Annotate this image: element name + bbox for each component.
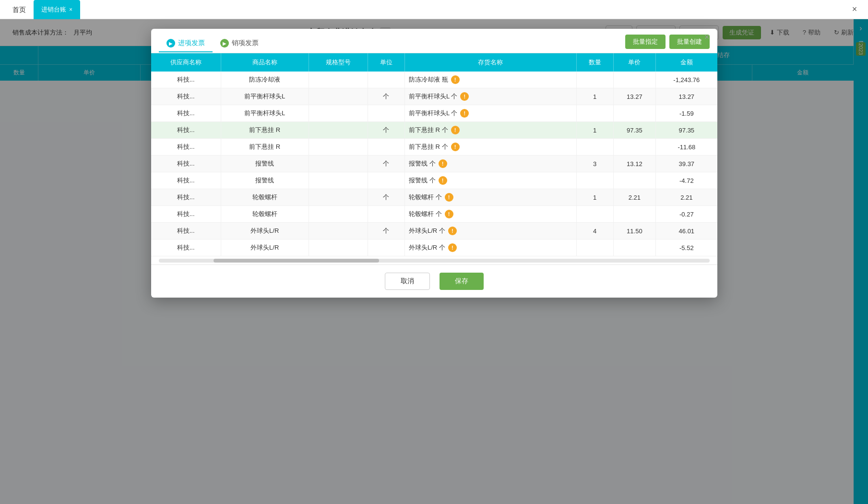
home-tab[interactable]: 首页 xyxy=(5,0,34,19)
cell-spec xyxy=(309,240,368,256)
cell-spec xyxy=(309,72,368,88)
cell-inventory-name: 前下悬挂 R 个! xyxy=(404,139,576,156)
warn-icon: ! xyxy=(460,92,469,101)
cell-supplier: 科技... xyxy=(151,240,221,256)
cell-unit: 个 xyxy=(368,223,405,240)
scrollbar-track xyxy=(159,259,710,263)
cell-unit-price xyxy=(613,240,656,256)
cell-unit-price: 2.21 xyxy=(613,189,656,206)
save-button[interactable]: 保存 xyxy=(440,273,484,290)
cell-inventory-name: 前平衡杆球头L 个! xyxy=(404,88,576,105)
cell-unit-price xyxy=(613,139,656,156)
cell-product-name: 防冻冷却液 xyxy=(221,72,309,88)
cell-inventory-name: 外球头L/R 个! xyxy=(404,240,576,256)
col-unit-price: 单价 xyxy=(613,53,656,72)
cell-unit: 个 xyxy=(368,156,405,172)
cell-unit-price xyxy=(613,72,656,88)
cell-inventory-name: 轮毂螺杆 个! xyxy=(404,189,576,206)
cell-supplier: 科技... xyxy=(151,139,221,156)
cell-spec xyxy=(309,139,368,156)
modal-close-button[interactable]: × xyxy=(704,33,710,41)
table-row[interactable]: 科技...防冻冷却液防冻冷却液 瓶!-1,243.76 xyxy=(151,72,717,88)
col-supplier: 供应商名称 xyxy=(151,53,221,72)
cell-quantity: 3 xyxy=(576,156,613,172)
table-row[interactable]: 科技...轮毂螺杆轮毂螺杆 个!-0.27 xyxy=(151,206,717,223)
tab-invoice-input[interactable]: ▶ 进项发票 xyxy=(159,35,213,52)
cancel-button[interactable]: 取消 xyxy=(385,273,430,290)
cell-product-name: 报警线 xyxy=(221,156,309,172)
warn-icon: ! xyxy=(451,143,460,151)
tab-invoice-output[interactable]: ▶ 销项发票 xyxy=(213,35,266,52)
active-tab[interactable]: 进销台账 × xyxy=(34,0,80,19)
cell-unit-price: 13.27 xyxy=(613,88,656,105)
cell-spec xyxy=(309,189,368,206)
table-row[interactable]: 科技...前平衡杆球头L前平衡杆球头L 个!-1.59 xyxy=(151,105,717,122)
cell-amount: -0.27 xyxy=(656,206,717,223)
cell-unit xyxy=(368,172,405,189)
cell-quantity: 1 xyxy=(576,189,613,206)
batch-assign-button[interactable]: 批量指定 xyxy=(625,35,666,49)
table-row[interactable]: 科技...报警线报警线 个!-4.72 xyxy=(151,172,717,189)
tab-input-label: 进项发票 xyxy=(178,39,205,48)
window-close-button[interactable]: × xyxy=(846,1,863,18)
cell-amount: -4.72 xyxy=(656,172,717,189)
cell-unit-price: 11.50 xyxy=(613,223,656,240)
warn-icon: ! xyxy=(445,193,453,202)
cell-quantity xyxy=(576,139,613,156)
col-quantity: 数量 xyxy=(576,53,613,72)
cell-inventory-name: 防冻冷却液 瓶! xyxy=(404,72,576,88)
cell-product-name: 前下悬挂 R xyxy=(221,139,309,156)
table-row[interactable]: 科技...外球头L/R个外球头L/R 个!411.5046.01 xyxy=(151,223,717,240)
cell-quantity xyxy=(576,72,613,88)
cell-supplier: 科技... xyxy=(151,72,221,88)
cell-amount: -5.52 xyxy=(656,240,717,256)
table-row[interactable]: 科技...轮毂螺杆个轮毂螺杆 个!12.212.21 xyxy=(151,189,717,206)
cell-inventory-name: 前下悬挂 R 个! xyxy=(404,122,576,139)
cell-unit xyxy=(368,139,405,156)
cell-unit xyxy=(368,240,405,256)
warn-icon: ! xyxy=(448,243,457,252)
cell-unit: 个 xyxy=(368,189,405,206)
cell-supplier: 科技... xyxy=(151,172,221,189)
cell-unit-price: 97.35 xyxy=(613,122,656,139)
cell-product-name: 前平衡杆球头L xyxy=(221,88,309,105)
cell-inventory-name: 轮毂螺杆 个! xyxy=(404,206,576,223)
col-product-name: 商品名称 xyxy=(221,53,309,72)
cell-supplier: 科技... xyxy=(151,88,221,105)
cell-quantity xyxy=(576,172,613,189)
cell-supplier: 科技... xyxy=(151,223,221,240)
modal-table-area: 供应商名称 商品名称 规格型号 单位 存货名称 数量 单价 金额 科技...防冻… xyxy=(151,53,717,257)
warn-icon: ! xyxy=(448,227,457,235)
table-row[interactable]: 科技...前平衡杆球头L个前平衡杆球头L 个!113.2713.27 xyxy=(151,88,717,105)
cell-product-name: 报警线 xyxy=(221,172,309,189)
cell-unit-price: 13.12 xyxy=(613,156,656,172)
cell-product-name: 轮毂螺杆 xyxy=(221,206,309,223)
cell-amount: 39.37 xyxy=(656,156,717,172)
horizontal-scrollbar[interactable] xyxy=(151,257,717,264)
modal-footer: 取消 保存 xyxy=(151,264,717,298)
invoice-table: 供应商名称 商品名称 规格型号 单位 存货名称 数量 单价 金额 科技...防冻… xyxy=(151,53,717,256)
batch-create-button[interactable]: 批量创建 xyxy=(669,35,710,49)
cell-unit xyxy=(368,105,405,122)
cell-supplier: 科技... xyxy=(151,122,221,139)
warn-icon: ! xyxy=(451,75,460,84)
cell-product-name: 前平衡杆球头L xyxy=(221,105,309,122)
cell-unit: 个 xyxy=(368,88,405,105)
cell-inventory-name: 报警线 个! xyxy=(404,156,576,172)
cell-amount: 97.35 xyxy=(656,122,717,139)
cell-quantity: 4 xyxy=(576,223,613,240)
cell-amount: 2.21 xyxy=(656,189,717,206)
tab-close-icon[interactable]: × xyxy=(69,0,72,19)
table-row[interactable]: 科技...前下悬挂 R个前下悬挂 R 个!197.3597.35 xyxy=(151,122,717,139)
table-row[interactable]: 科技...外球头L/R外球头L/R 个!-5.52 xyxy=(151,240,717,256)
cell-spec xyxy=(309,223,368,240)
cell-spec xyxy=(309,88,368,105)
table-row[interactable]: 科技...报警线个报警线 个!313.1239.37 xyxy=(151,156,717,172)
col-spec: 规格型号 xyxy=(309,53,368,72)
cell-quantity: 1 xyxy=(576,122,613,139)
cell-quantity: 1 xyxy=(576,88,613,105)
cell-supplier: 科技... xyxy=(151,156,221,172)
table-row[interactable]: 科技...前下悬挂 R前下悬挂 R 个!-11.68 xyxy=(151,139,717,156)
cell-unit: 个 xyxy=(368,122,405,139)
scrollbar-thumb[interactable] xyxy=(214,259,379,263)
